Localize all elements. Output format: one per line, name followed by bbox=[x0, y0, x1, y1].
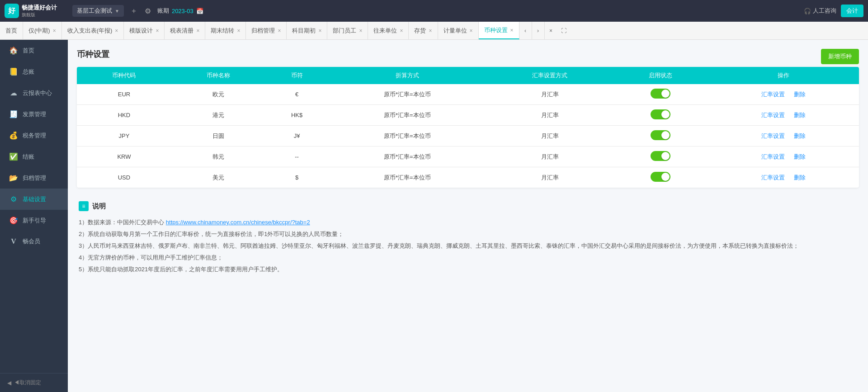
sidebar-item-reports[interactable]: ☁ 云报表中心 bbox=[0, 82, 68, 104]
cell-code: JPY bbox=[77, 126, 171, 146]
sidebar-item-basic[interactable]: ⚙ 基础设置 bbox=[0, 189, 68, 210]
tab-next-btn[interactable]: › bbox=[532, 22, 545, 39]
tab-dept[interactable]: 部门员工 × bbox=[327, 22, 368, 39]
cell-status bbox=[613, 126, 708, 146]
tab-close-template[interactable]: × bbox=[156, 28, 159, 34]
delete-link[interactable]: 删除 bbox=[794, 153, 806, 160]
account-button[interactable]: 会计 bbox=[841, 5, 863, 17]
sidebar-item-guide[interactable]: 🎯 新手引导 bbox=[0, 210, 68, 231]
sidebar-item-invoice[interactable]: 🧾 发票管理 bbox=[0, 104, 68, 125]
table-row: EUR 欧元 € 原币*汇率=本位币 月汇率 汇率设置 删除 bbox=[77, 84, 859, 105]
sidebar-item-tax[interactable]: 💰 税务管理 bbox=[0, 125, 68, 146]
tab-inventory[interactable]: 存货 × bbox=[409, 22, 438, 39]
tab-mid[interactable]: 仅(中期) × bbox=[23, 22, 62, 39]
cell-rate-type: 月汇率 bbox=[486, 167, 613, 188]
tab-bar: 首页 仅(中期) × 收入支出表(年报) × 模版设计 × 税表清册 × 期末结… bbox=[0, 22, 868, 40]
note-item: 4）无官方牌价的币种，可以用用户手工维护汇率信息； bbox=[79, 252, 857, 264]
help-button[interactable]: 🎧 人工咨询 bbox=[804, 7, 836, 15]
rate-setting-link[interactable]: 汇率设置 bbox=[761, 91, 785, 98]
tab-currency[interactable]: 币种设置 × bbox=[479, 22, 519, 39]
add-tab-icon[interactable]: ＋ bbox=[128, 5, 139, 18]
toggle-enabled[interactable] bbox=[651, 109, 670, 119]
toggle-enabled[interactable] bbox=[651, 130, 670, 140]
close-books-icon: ✅ bbox=[9, 152, 18, 161]
col-status: 启用状态 bbox=[613, 67, 708, 84]
main-layout: 🏠 首页 📒 总账 ☁ 云报表中心 🧾 发票管理 💰 税务管理 ✅ 结账 📂 归… bbox=[0, 40, 868, 392]
archive-icon: 📂 bbox=[9, 174, 18, 182]
delete-link[interactable]: 删除 bbox=[794, 132, 806, 139]
tab-income[interactable]: 收入支出表(年报) × bbox=[62, 22, 124, 39]
tab-close-archive[interactable]: × bbox=[278, 28, 281, 34]
table-row: HKD 港元 HK$ 原币*汇率=本位币 月汇率 汇率设置 删除 bbox=[77, 105, 859, 126]
new-currency-button[interactable]: 新增币种 bbox=[821, 49, 859, 64]
page-title: 币种设置 bbox=[77, 49, 859, 60]
chevron-down-icon: ▼ bbox=[115, 9, 119, 14]
tab-close-dept[interactable]: × bbox=[359, 28, 362, 34]
tab-partner[interactable]: 往来单位 × bbox=[368, 22, 409, 39]
toggle-enabled[interactable] bbox=[651, 89, 670, 99]
cell-code: HKD bbox=[77, 105, 171, 126]
guide-icon: 🎯 bbox=[9, 216, 18, 225]
cell-name: 美元 bbox=[171, 167, 266, 188]
delete-link[interactable]: 删除 bbox=[794, 112, 806, 118]
table-row: KRW 韩元 -- 原币*汇率=本位币 月汇率 汇率设置 删除 bbox=[77, 146, 859, 167]
tab-close-mid[interactable]: × bbox=[53, 28, 56, 34]
toggle-enabled[interactable] bbox=[651, 172, 670, 182]
tab-prev-btn[interactable]: ‹ bbox=[519, 22, 532, 39]
delete-link[interactable]: 删除 bbox=[794, 174, 806, 181]
tab-close-tax[interactable]: × bbox=[196, 28, 199, 34]
sidebar-item-home[interactable]: 🏠 首页 bbox=[0, 40, 68, 61]
delete-link[interactable]: 删除 bbox=[794, 91, 806, 98]
tab-close-currency[interactable]: × bbox=[510, 27, 514, 33]
rate-setting-link[interactable]: 汇率设置 bbox=[761, 174, 785, 181]
member-icon: V bbox=[9, 237, 18, 246]
tab-close-unit[interactable]: × bbox=[470, 28, 473, 34]
workspace-name: 基层工会测试 bbox=[77, 7, 112, 15]
cell-rate-type: 月汇率 bbox=[486, 84, 613, 105]
tab-close-inventory[interactable]: × bbox=[429, 28, 432, 34]
cell-rate-type: 月汇率 bbox=[486, 126, 613, 146]
period-info: 账期 2023-03 📅 bbox=[157, 7, 203, 15]
sidebar-collapse-btn[interactable]: ◀ ◀取消固定 bbox=[0, 373, 68, 392]
note-item: 2）系统自动获取每月第一个工作日的汇率标价，统一为直接标价法，即1外币可以兑换的… bbox=[79, 228, 857, 240]
workspace-selector[interactable]: 基层工会测试 ▼ bbox=[72, 5, 124, 17]
toggle-enabled[interactable] bbox=[651, 151, 670, 161]
sidebar-item-close[interactable]: ✅ 结账 bbox=[0, 146, 68, 167]
invoice-icon: 🧾 bbox=[9, 110, 18, 118]
tab-archive[interactable]: 归档管理 × bbox=[246, 22, 287, 39]
logo-icon: 好 bbox=[5, 4, 19, 18]
sidebar-item-archive[interactable]: 📂 归档管理 bbox=[0, 167, 68, 189]
china-money-link[interactable]: https://www.chinamoney.com.cn/chinese/bk… bbox=[166, 219, 310, 226]
sidebar-item-ledger[interactable]: 📒 总账 bbox=[0, 61, 68, 82]
rate-setting-link[interactable]: 汇率设置 bbox=[761, 132, 785, 139]
tab-period-end[interactable]: 期末结转 × bbox=[205, 22, 246, 39]
cell-name: 日圆 bbox=[171, 126, 266, 146]
tab-subject[interactable]: 科目期初 × bbox=[287, 22, 327, 39]
cell-actions: 汇率设置 删除 bbox=[708, 126, 859, 146]
col-action: 操作 bbox=[708, 67, 859, 84]
table-row: JPY 日圆 J¥ 原币*汇率=本位币 月汇率 汇率设置 删除 bbox=[77, 126, 859, 146]
tab-close-subject[interactable]: × bbox=[318, 28, 321, 34]
table-header-row: 币种代码 币种名称 币符 折算方式 汇率设置方式 启用状态 操作 bbox=[77, 67, 859, 84]
cell-symbol: HK$ bbox=[266, 105, 328, 126]
content-area: 币种设置 新增币种 币种代码 币种名称 币符 折算方式 汇率设置方式 启用状态 … bbox=[68, 40, 868, 392]
settings-icon: ⚙ bbox=[9, 195, 18, 203]
tab-close-all-btn[interactable]: × bbox=[545, 22, 557, 39]
tab-unit[interactable]: 计量单位 × bbox=[438, 22, 479, 39]
col-code: 币种代码 bbox=[77, 67, 171, 84]
tab-home[interactable]: 首页 bbox=[0, 22, 23, 39]
note-item: 1）数据来源：中国外汇交易中心 https://www.chinamoney.c… bbox=[79, 217, 857, 228]
cell-status bbox=[613, 167, 708, 188]
sidebar-item-member[interactable]: V 畅会员 bbox=[0, 231, 68, 252]
rate-setting-link[interactable]: 汇率设置 bbox=[761, 112, 785, 118]
settings-icon[interactable]: ⚙ bbox=[143, 5, 153, 17]
tab-close-partner[interactable]: × bbox=[400, 28, 403, 34]
rate-setting-link[interactable]: 汇率设置 bbox=[761, 153, 785, 160]
tab-expand-btn[interactable]: ⛶ bbox=[557, 22, 570, 39]
collapse-icon: ◀ bbox=[7, 380, 11, 386]
tab-template[interactable]: 模版设计 × bbox=[124, 22, 165, 39]
tab-close-income[interactable]: × bbox=[115, 28, 118, 34]
tab-close-period-end[interactable]: × bbox=[237, 28, 240, 34]
tab-tax[interactable]: 税表清册 × bbox=[165, 22, 205, 39]
calendar-icon[interactable]: 📅 bbox=[196, 8, 203, 14]
